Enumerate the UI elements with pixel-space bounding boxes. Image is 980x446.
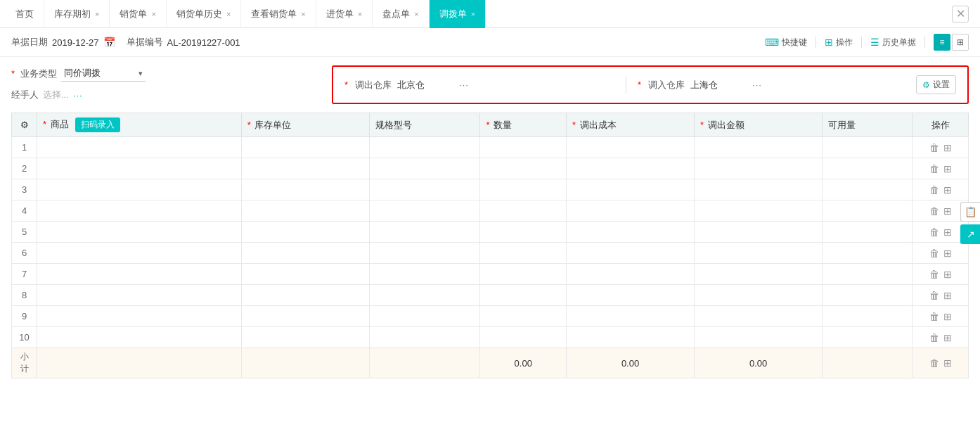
tab-transfer-order[interactable]: 调拨单 × xyxy=(430,0,486,28)
cell-unit-6[interactable] xyxy=(241,243,369,264)
cell-spec-10[interactable] xyxy=(369,327,480,348)
delete-icon-10[interactable]: 🗑 xyxy=(929,332,939,343)
cell-qty-6[interactable] xyxy=(480,243,567,264)
delete-icon-2[interactable]: 🗑 xyxy=(929,163,939,174)
cell-spec-7[interactable] xyxy=(369,264,480,285)
cell-available-1[interactable] xyxy=(823,137,913,158)
tab-sales-order-close[interactable]: × xyxy=(151,10,155,18)
cell-available-7[interactable] xyxy=(823,264,913,285)
cell-available-5[interactable] xyxy=(823,222,913,243)
tab-view-sales-close[interactable]: × xyxy=(301,10,305,18)
share-float-button[interactable]: ↗ xyxy=(960,224,980,244)
cell-qty-1[interactable] xyxy=(480,137,567,158)
cell-available-10[interactable] xyxy=(823,327,913,348)
delete-icon-8[interactable]: 🗑 xyxy=(929,290,939,301)
cell-available-4[interactable] xyxy=(823,200,913,222)
cell-unit-9[interactable] xyxy=(241,306,369,327)
cell-amount-5[interactable] xyxy=(695,222,823,243)
copy-icon-4[interactable]: ⊞ xyxy=(943,205,952,217)
cell-qty-2[interactable] xyxy=(480,158,567,179)
copy-icon-5[interactable]: ⊞ xyxy=(943,227,952,238)
cell-product-1[interactable] xyxy=(37,137,242,158)
cell-product-2[interactable] xyxy=(37,158,242,179)
cell-amount-3[interactable] xyxy=(695,179,823,200)
cell-amount-6[interactable] xyxy=(695,243,823,264)
cell-qty-5[interactable] xyxy=(480,222,567,243)
tab-purchase-order[interactable]: 进货单 × xyxy=(316,0,373,28)
subtotal-delete-icon[interactable]: 🗑 xyxy=(929,357,939,369)
cell-cost-10[interactable] xyxy=(567,327,695,348)
cell-spec-9[interactable] xyxy=(369,306,480,327)
copy-icon-3[interactable]: ⊞ xyxy=(943,184,952,196)
copy-icon-8[interactable]: ⊞ xyxy=(943,290,952,301)
grid-view-button[interactable]: ⊞ xyxy=(952,34,969,51)
delete-icon-6[interactable]: 🗑 xyxy=(929,248,939,259)
th-gear[interactable]: ⚙ xyxy=(12,113,37,137)
cell-unit-8[interactable] xyxy=(241,285,369,306)
copy-icon-2[interactable]: ⊞ xyxy=(943,163,952,174)
cell-qty-10[interactable] xyxy=(480,327,567,348)
calendar-icon[interactable]: 📅 xyxy=(103,37,115,48)
cell-amount-1[interactable] xyxy=(695,137,823,158)
cell-product-6[interactable] xyxy=(37,243,242,264)
copy-icon-10[interactable]: ⊞ xyxy=(943,332,952,343)
copy-icon-6[interactable]: ⊞ xyxy=(943,248,952,259)
tab-inventory-init[interactable]: 库存期初 × xyxy=(44,0,110,28)
shortcuts-button[interactable]: ⌨ 快捷键 xyxy=(765,37,807,49)
cell-amount-8[interactable] xyxy=(695,285,823,306)
cell-unit-10[interactable] xyxy=(241,327,369,348)
cell-amount-2[interactable] xyxy=(695,158,823,179)
cell-amount-10[interactable] xyxy=(695,327,823,348)
tab-sales-order[interactable]: 销货单 × xyxy=(110,0,166,28)
cell-cost-7[interactable] xyxy=(567,264,695,285)
copy-icon-9[interactable]: ⊞ xyxy=(943,311,952,322)
cell-available-8[interactable] xyxy=(823,285,913,306)
cell-unit-7[interactable] xyxy=(241,264,369,285)
business-type-select[interactable]: 同价调拨 ▾ xyxy=(61,65,146,82)
warehouse-out-more[interactable]: ··· xyxy=(459,79,469,90)
warehouse-in-more[interactable]: ··· xyxy=(752,79,762,90)
copy-icon-1[interactable]: ⊞ xyxy=(943,142,952,153)
cell-available-6[interactable] xyxy=(823,243,913,264)
tab-sales-history[interactable]: 销货单历史 × xyxy=(167,0,241,28)
cell-spec-3[interactable] xyxy=(369,179,480,200)
cell-spec-2[interactable] xyxy=(369,158,480,179)
cell-qty-8[interactable] xyxy=(480,285,567,306)
settings-button[interactable]: ⚙ 设置 xyxy=(916,75,956,94)
cell-spec-5[interactable] xyxy=(369,222,480,243)
tab-view-sales[interactable]: 查看销货单 × xyxy=(241,0,316,28)
cell-product-3[interactable] xyxy=(37,179,242,200)
person-more-icon[interactable]: ··· xyxy=(73,90,83,101)
subtotal-copy-icon[interactable]: ⊞ xyxy=(943,357,952,369)
delete-icon-7[interactable]: 🗑 xyxy=(929,269,939,280)
cell-product-5[interactable] xyxy=(37,222,242,243)
cell-spec-4[interactable] xyxy=(369,200,480,222)
cell-cost-3[interactable] xyxy=(567,179,695,200)
cell-unit-4[interactable] xyxy=(241,200,369,222)
cell-cost-4[interactable] xyxy=(567,200,695,222)
ops-button[interactable]: ⊞ 操作 xyxy=(825,37,853,49)
cell-available-9[interactable] xyxy=(823,306,913,327)
cell-unit-5[interactable] xyxy=(241,222,369,243)
list-view-button[interactable]: ≡ xyxy=(934,34,950,51)
cell-qty-7[interactable] xyxy=(480,264,567,285)
cell-available-2[interactable] xyxy=(823,158,913,179)
cell-qty-9[interactable] xyxy=(480,306,567,327)
delete-icon-1[interactable]: 🗑 xyxy=(929,142,939,153)
cell-cost-6[interactable] xyxy=(567,243,695,264)
delete-icon-3[interactable]: 🗑 xyxy=(929,184,939,196)
cell-spec-6[interactable] xyxy=(369,243,480,264)
cell-amount-4[interactable] xyxy=(695,200,823,222)
cell-cost-1[interactable] xyxy=(567,137,695,158)
delete-icon-5[interactable]: 🗑 xyxy=(929,227,939,238)
cell-amount-7[interactable] xyxy=(695,264,823,285)
cell-unit-1[interactable] xyxy=(241,137,369,158)
person-select[interactable]: 选择... xyxy=(43,89,69,101)
note-float-button[interactable]: 📋 xyxy=(960,202,980,222)
tab-inventory-check[interactable]: 盘点单 × xyxy=(373,0,429,28)
tab-inventory-init-close[interactable]: × xyxy=(95,10,99,18)
cell-qty-4[interactable] xyxy=(480,200,567,222)
cell-spec-8[interactable] xyxy=(369,285,480,306)
cell-product-4[interactable] xyxy=(37,200,242,222)
cell-cost-5[interactable] xyxy=(567,222,695,243)
